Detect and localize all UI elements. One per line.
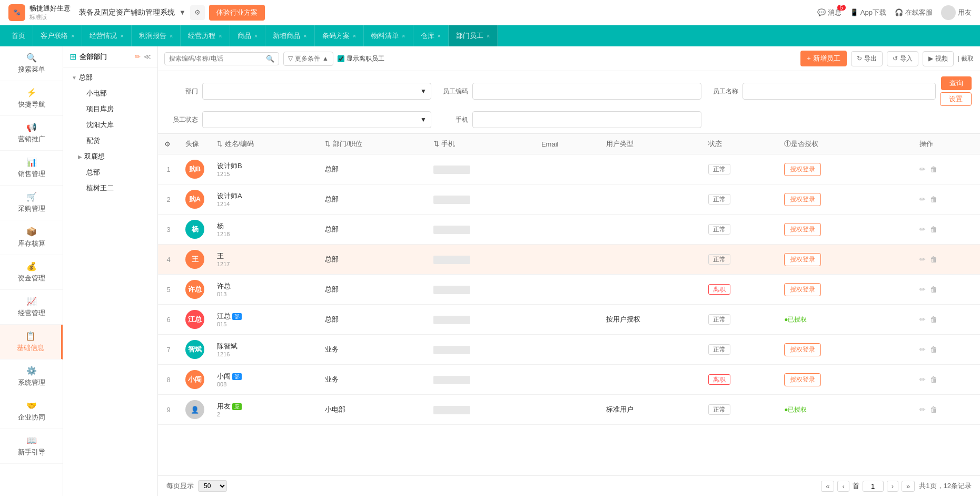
search-input[interactable] <box>169 55 264 62</box>
settings-gear[interactable]: ⚙ <box>190 5 205 20</box>
main-nav-item-quick[interactable]: ⚡ 快捷导航 <box>0 81 63 116</box>
more-filter-btn[interactable]: ▽ 更多条件 ▲ <box>283 52 333 66</box>
delete-icon[interactable]: 🗑 <box>930 375 937 384</box>
import-button[interactable]: ↺ 导入 <box>887 51 918 66</box>
nav-tab-利润报告[interactable]: 利润报告× <box>132 25 181 46</box>
col-phone[interactable]: ⇅ 手机 <box>427 134 535 154</box>
auth-login-button[interactable]: 授权登录 <box>784 193 821 206</box>
tree-node[interactable]: 配货 <box>63 133 157 149</box>
main-nav-item-sales[interactable]: 📊 销售管理 <box>0 151 63 186</box>
nav-tab-物料清单[interactable]: 物料清单× <box>364 25 413 46</box>
auth-login-button[interactable]: 授权登录 <box>784 163 821 176</box>
nav-tab-客户联络[interactable]: 客户联络× <box>33 25 82 46</box>
message-action[interactable]: 💬 消息 5 <box>817 8 842 17</box>
tree-node[interactable]: ▶双鹿想 <box>63 149 157 164</box>
tab-close-icon[interactable]: × <box>353 33 356 39</box>
nav-tab-商品[interactable]: 商品× <box>230 25 265 46</box>
tab-close-icon[interactable]: × <box>487 33 490 39</box>
delete-icon[interactable]: 🗑 <box>930 315 937 324</box>
edit-icon[interactable]: ✏ <box>919 225 926 234</box>
page-input[interactable] <box>863 481 884 492</box>
online-service-action[interactable]: 🎧 在线客服 <box>895 8 933 17</box>
main-nav-item-inventory[interactable]: 📦 库存核算 <box>0 220 63 255</box>
delete-icon[interactable]: 🗑 <box>930 255 937 264</box>
dept-select[interactable]: ▼ <box>202 83 431 100</box>
col-name-code[interactable]: ⇅ 姓名/编码 <box>211 134 319 154</box>
delete-icon[interactable]: 🗑 <box>930 165 937 173</box>
auth-login-button[interactable]: 授权登录 <box>784 253 821 266</box>
tree-node[interactable]: ▼总部 <box>63 70 157 85</box>
app-download-action[interactable]: 📱 App下载 <box>850 8 886 17</box>
nav-tab-新增商品[interactable]: 新增商品× <box>265 25 314 46</box>
view-button[interactable]: ▶ 视频 <box>923 51 954 66</box>
delete-icon[interactable]: 🗑 <box>930 225 937 234</box>
tab-close-icon[interactable]: × <box>120 33 123 39</box>
next-page-btn[interactable]: › <box>887 481 898 492</box>
reset-button[interactable]: 设置 <box>940 92 972 106</box>
nav-tab-经营历程[interactable]: 经营历程× <box>181 25 230 46</box>
tree-collapse-icon[interactable]: ≪ <box>144 53 151 61</box>
main-nav-item-marketing[interactable]: 📢 营销推广 <box>0 116 63 151</box>
edit-icon[interactable]: ✏ <box>919 375 926 384</box>
auth-login-button[interactable]: 授权登录 <box>784 223 821 236</box>
emp-code-input[interactable] <box>472 83 701 100</box>
user-action[interactable]: 用友 <box>941 5 972 20</box>
main-nav-item-guide[interactable]: 📖 新手引导 <box>0 429 63 464</box>
nav-tab-经营情况[interactable]: 经营情况× <box>82 25 131 46</box>
tab-close-icon[interactable]: × <box>219 33 222 39</box>
tree-node[interactable]: 项目库房 <box>63 101 157 117</box>
main-nav-item-cooperation[interactable]: 🤝 企业协同 <box>0 394 63 429</box>
emp-status-select[interactable]: ▼ <box>202 111 431 128</box>
delete-icon[interactable]: 🗑 <box>930 405 937 414</box>
edit-icon[interactable]: ✏ <box>919 315 926 324</box>
nav-tab-首页[interactable]: 首页 <box>4 25 33 46</box>
col-dept[interactable]: ⇅ 部门/职位 <box>319 134 427 154</box>
page-size-select[interactable]: 50 100 200 <box>198 480 227 492</box>
show-resigned-label[interactable]: 显示离职员工 <box>338 54 384 63</box>
main-nav-item-basic[interactable]: 📋 基础信息 <box>0 325 63 359</box>
tab-close-icon[interactable]: × <box>254 33 258 39</box>
edit-icon[interactable]: ✏ <box>919 165 926 173</box>
auth-login-button[interactable]: 授权登录 <box>784 373 821 386</box>
last-page-btn[interactable]: » <box>902 481 915 492</box>
delete-icon[interactable]: 🗑 <box>930 285 937 294</box>
main-nav-item-search[interactable]: 🔍 搜索菜单 <box>0 46 63 81</box>
tab-close-icon[interactable]: × <box>71 33 74 39</box>
tree-edit-icon[interactable]: ✏ <box>135 53 141 61</box>
nav-tab-条码方案[interactable]: 条码方案× <box>315 25 364 46</box>
nav-tab-部门员工[interactable]: 部门员工× <box>449 25 498 46</box>
delete-icon[interactable]: 🗑 <box>930 345 937 354</box>
sys-dropdown[interactable]: ▼ <box>179 8 186 16</box>
main-nav-item-purchase[interactable]: 🛒 采购管理 <box>0 186 63 220</box>
tree-node[interactable]: 植树王二 <box>63 180 157 196</box>
main-nav-item-business[interactable]: 📈 经营管理 <box>0 290 63 325</box>
auth-login-button[interactable]: 授权登录 <box>784 343 821 356</box>
add-employee-button[interactable]: + 新增员工 <box>800 51 846 66</box>
nav-tab-仓库[interactable]: 仓库× <box>413 25 449 46</box>
search-button[interactable]: 查询 <box>941 76 972 90</box>
first-page-btn[interactable]: « <box>821 481 834 492</box>
edit-icon[interactable]: ✏ <box>919 345 926 354</box>
col-settings[interactable]: ⚙ <box>158 134 179 154</box>
emp-name-input[interactable] <box>743 83 936 100</box>
tree-node[interactable]: 小电部 <box>63 85 157 101</box>
phone-input[interactable] <box>472 111 701 128</box>
tab-close-icon[interactable]: × <box>170 33 173 39</box>
edit-icon[interactable]: ✏ <box>919 285 926 294</box>
delete-icon[interactable]: 🗑 <box>930 195 937 203</box>
trial-button[interactable]: 体验行业方案 <box>209 5 265 21</box>
export-button[interactable]: ↻ 导出 <box>851 51 883 66</box>
tree-node[interactable]: 总部 <box>63 164 157 180</box>
edit-icon[interactable]: ✏ <box>919 195 926 203</box>
tab-close-icon[interactable]: × <box>402 33 405 39</box>
tab-close-icon[interactable]: × <box>303 33 306 39</box>
prev-page-btn[interactable]: ‹ <box>837 481 849 492</box>
main-nav-item-finance[interactable]: 💰 资金管理 <box>0 255 63 290</box>
tab-close-icon[interactable]: × <box>438 33 441 39</box>
edit-icon[interactable]: ✏ <box>919 405 926 414</box>
main-nav-item-system[interactable]: ⚙️ 系统管理 <box>0 359 63 394</box>
edit-icon[interactable]: ✏ <box>919 255 926 264</box>
show-resigned-checkbox[interactable] <box>338 55 344 62</box>
tree-node[interactable]: 沈阳大库 <box>63 117 157 133</box>
search-box[interactable]: 🔍 <box>164 52 279 65</box>
